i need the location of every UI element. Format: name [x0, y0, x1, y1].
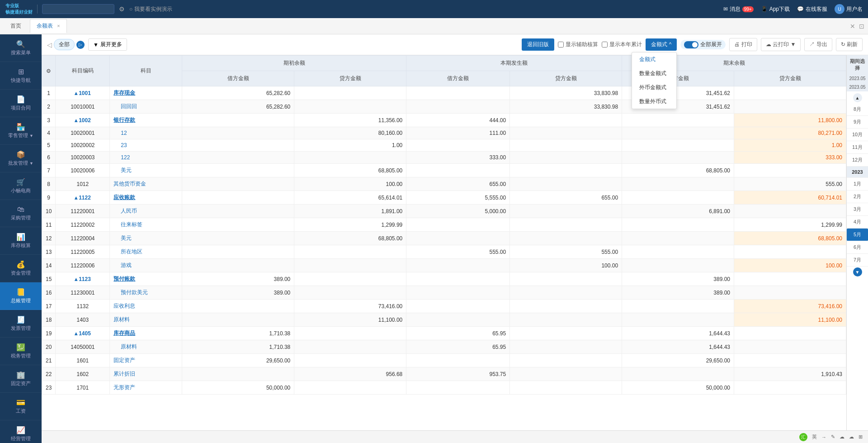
sidebar-item-wholesale[interactable]: 📦 批发管理 ▼ — [0, 145, 42, 172]
period-month-12[interactable]: 12月 — [847, 154, 868, 167]
sidebar-item-payroll[interactable]: 💳 工资 — [0, 393, 42, 420]
expand-more-btn[interactable]: ▼ 展开更多 — [88, 38, 127, 51]
period-month-9[interactable]: 9月 — [847, 116, 868, 129]
row-name[interactable]: 所在地区 — [110, 245, 182, 259]
print-btn[interactable]: 🖨 打印 — [729, 38, 757, 51]
sidebar-item-inventory[interactable]: 📊 库存核算 — [0, 227, 42, 255]
bottom-grid-btn[interactable]: ⊞ — [859, 434, 863, 440]
period-month-8[interactable]: 8月 — [847, 103, 868, 116]
message-group[interactable]: ✉ 消息 99+ — [723, 5, 754, 13]
sidebar-item-search[interactable]: 🔍 搜索菜单 — [0, 34, 42, 62]
table-row[interactable]: 1611230001预付款美元389.00389.00 — [42, 286, 846, 300]
period-month-6[interactable]: 6月 — [847, 241, 868, 254]
table-row[interactable]: 181403原材料11,100.0011,100.00 — [42, 313, 846, 327]
row-name[interactable]: 美元 — [110, 164, 182, 177]
row-name[interactable]: 原材料 — [110, 340, 182, 354]
period-month-10[interactable]: 10月 — [847, 129, 868, 141]
year-checkbox[interactable] — [602, 42, 608, 48]
show-year-check[interactable]: 显示本年累计 — [602, 41, 642, 48]
table-row[interactable]: 3▴ 1002银行存款11,356.00444.0011,800.00 — [42, 114, 846, 127]
style-option-quantity-foreign[interactable]: 数量外币式 — [632, 95, 676, 109]
show-assist-check[interactable]: 显示辅助核算 — [558, 41, 598, 48]
table-row[interactable]: 210010001回回回65,282.6033,830.9831,451.62 — [42, 100, 846, 114]
tab-window-expand[interactable]: ⊡ — [859, 23, 864, 30]
back-old-btn[interactable]: 退回旧版 — [522, 38, 554, 51]
global-search-input[interactable] — [42, 4, 114, 14]
row-name[interactable]: 游戏 — [110, 259, 182, 272]
row-name[interactable]: 其他货币资金 — [110, 177, 182, 191]
table-row[interactable]: 19▴ 1405库存商品1,710.3865.951,644.43 — [42, 327, 846, 340]
style-option-quantity-amount[interactable]: 数量金额式 — [632, 67, 676, 81]
style-option-amount[interactable]: 金额式 — [632, 52, 676, 67]
period-month-1[interactable]: 1月 — [847, 178, 868, 191]
table-row[interactable]: 1▴ 1001库存现金65,282.6033,830.9831,451.62 — [42, 86, 846, 100]
sidebar-item-invoice[interactable]: 🧾 发票管理 — [0, 310, 42, 338]
table-row[interactable]: 221602累计折旧956.68953.751,910.43 — [42, 367, 846, 381]
sidebar-item-nav[interactable]: ⊞ 快捷导航 — [0, 62, 42, 90]
row-name[interactable]: 往来标签 — [110, 218, 182, 232]
style-dropdown-btn[interactable]: 金额式 ^ — [646, 38, 677, 51]
assist-checkbox[interactable] — [558, 42, 564, 48]
row-name[interactable]: 库存现金 — [110, 86, 182, 100]
download-group[interactable]: 📱 App下载 — [761, 5, 790, 13]
row-name[interactable]: 库存商品 — [110, 327, 182, 340]
style-option-foreign-amount[interactable]: 外币金额式 — [632, 81, 676, 95]
row-name[interactable]: 回回回 — [110, 100, 182, 114]
table-row[interactable]: 211601固定资产29,650.0029,650.00 — [42, 354, 846, 367]
table-row[interactable]: 1311220005所在地区555.00555.00 — [42, 245, 846, 259]
row-name[interactable]: 23 — [110, 139, 182, 152]
table-row[interactable]: 171132应收利息73,416.0073,416.00 — [42, 300, 846, 313]
bottom-green-btn[interactable]: 汇 — [799, 433, 807, 441]
row-name[interactable]: 累计折旧 — [110, 367, 182, 381]
period-month-2[interactable]: 2月 — [847, 191, 868, 203]
table-row[interactable]: 81012其他货币资金100.00655.00555.00 — [42, 177, 846, 191]
table-row[interactable]: 1211220004美元68,805.0068,805.00 — [42, 232, 846, 245]
bottom-edit-btn[interactable]: ✎ — [831, 434, 835, 440]
user-group[interactable]: U 用户名 — [835, 4, 863, 14]
table-row[interactable]: 231701无形资产50,000.0050,000.00 — [42, 381, 846, 395]
settings-icon[interactable]: ⚙ — [119, 5, 125, 13]
row-name[interactable]: 应收账款 — [110, 191, 182, 205]
row-name[interactable]: 原材料 — [110, 313, 182, 327]
demo-link[interactable]: ○ 我要看实例演示 — [129, 5, 172, 13]
table-row[interactable]: 9▴ 1122应收账款65,614.015,555.00655.0060,714… — [42, 191, 846, 205]
bottom-cloud-btn2[interactable]: ☁ — [849, 434, 854, 440]
bottom-arrow-btn[interactable]: → — [821, 434, 826, 440]
sidebar-item-contract[interactable]: 📄 项目合同 — [0, 90, 42, 117]
period-up-nav[interactable]: ▲ — [853, 93, 862, 102]
table-row[interactable]: 1411220006游戏100.00100.00 — [42, 259, 846, 272]
table-row[interactable]: 1111220002往来标签1,299.991,299.99 — [42, 218, 846, 232]
table-row[interactable]: 510020002231.001.00 — [42, 139, 846, 152]
row-name[interactable]: 固定资产 — [110, 354, 182, 367]
row-name[interactable]: 12 — [110, 127, 182, 139]
sidebar-item-funds[interactable]: 💰 资金管理 — [0, 255, 42, 282]
row-name[interactable]: 美元 — [110, 232, 182, 245]
period-month-4[interactable]: 4月 — [847, 216, 868, 229]
period-month-3[interactable]: 3月 — [847, 203, 868, 216]
toggle-switch[interactable] — [684, 41, 698, 48]
table-row[interactable]: 2014050001原材料1,710.3865.951,644.43 — [42, 340, 846, 354]
bottom-lang-btn[interactable]: 英 — [812, 433, 817, 440]
sidebar-item-tax[interactable]: 💹 税务管理 — [0, 338, 42, 365]
row-name[interactable]: 122 — [110, 152, 182, 164]
service-group[interactable]: 💬 在线客服 — [797, 5, 827, 13]
sidebar-item-ecommerce[interactable]: 🛒 小畅电商 — [0, 172, 42, 200]
table-row[interactable]: 4100200011280,160.00111.0080,271.00 — [42, 127, 846, 139]
period-month-11[interactable]: 11月 — [847, 141, 868, 154]
filter-back-icon[interactable]: ◁ — [47, 41, 52, 48]
tab-balance[interactable]: 余额表 × — [30, 19, 67, 33]
row-name[interactable]: 应收利息 — [110, 300, 182, 313]
sidebar-item-ledger[interactable]: 📒 总账管理 — [0, 282, 42, 310]
sidebar-item-assets[interactable]: 🏢 固定资产 — [0, 365, 42, 393]
export-btn[interactable]: ↗ 导出 — [804, 38, 832, 51]
table-row[interactable]: 15▴ 1123预付账款389.00389.00 — [42, 272, 846, 286]
sidebar-item-purchase[interactable]: 🛍 采购管理 — [0, 200, 42, 227]
table-row[interactable]: 710020006美元68,805.0068,805.00 — [42, 164, 846, 177]
period-month-7[interactable]: 7月 — [847, 254, 868, 267]
table-row[interactable]: 1011220001人民币1,891.005,000.006,891.00 — [42, 205, 846, 218]
row-name[interactable]: 人民币 — [110, 205, 182, 218]
row-name[interactable]: 银行存款 — [110, 114, 182, 127]
filter-forward-icon[interactable]: ▷ — [76, 41, 85, 49]
refresh-btn[interactable]: ↻ 刷新 — [836, 38, 863, 51]
cloud-print-btn[interactable]: ☁ 云打印 ▼ — [761, 38, 801, 51]
